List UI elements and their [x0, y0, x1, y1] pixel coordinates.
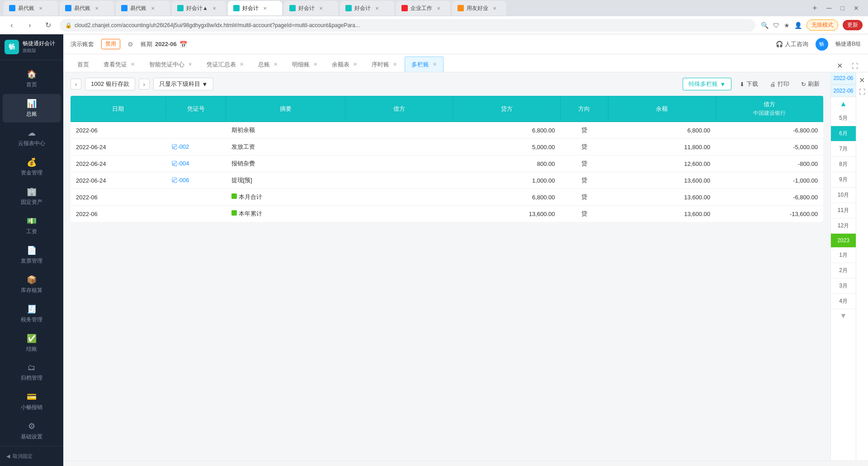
browser-tab-tab3[interactable]: 易代账✕: [116, 1, 170, 15]
date-item-9月[interactable]: 9月: [831, 172, 856, 188]
browser-chrome: 易代账✕易代账✕易代账✕好会计▲✕好会计✕好会计✕好会计✕企业工作✕用友好业✕ …: [0, 0, 868, 16]
close-icon[interactable]: ✕: [854, 5, 859, 12]
ledger-content: ‹ 1002 银行存款 › 只显示下级科目 ▼ 特殊多栏账 ▼ ⬇: [63, 72, 830, 461]
voucher-link[interactable]: 记-004: [171, 160, 189, 167]
date-sidebar: 2022-06 2022-06 ▲ 5月6月7月8月9月10月11月12月202…: [830, 72, 856, 461]
scroll-down-button[interactable]: ▼: [831, 309, 856, 323]
date-item-2023[interactable]: 2023: [831, 234, 856, 248]
update-button[interactable]: 更新: [843, 20, 863, 30]
special-ledger-button[interactable]: 特殊多栏账 ▼: [683, 78, 731, 90]
date-item-3月[interactable]: 3月: [831, 278, 856, 294]
sidebar-item-库存核算[interactable]: 📦库存核算: [3, 270, 61, 299]
cell-debit: [345, 172, 453, 189]
sidebar-item-首页[interactable]: 🏠首页: [3, 65, 61, 93]
close-panel-button[interactable]: ✕: [859, 76, 865, 85]
page-tab-bar: 首页查看凭证✕智能凭证中心✕凭证汇总表✕总账✕明细账✕余额表✕序时账✕多栏账✕✕…: [63, 54, 868, 72]
print-button[interactable]: 🖨 打印: [766, 78, 793, 90]
settings-icon[interactable]: ⚙: [127, 41, 133, 48]
cell-balance: 13,600.00: [608, 189, 716, 206]
security-icon[interactable]: 🛡: [773, 22, 779, 29]
horizontal-scrollbar[interactable]: [63, 461, 868, 466]
browser-tab-tab2[interactable]: 易代账✕: [60, 1, 114, 15]
download-button[interactable]: ⬇ 下载: [736, 78, 762, 90]
page-tab-总账[interactable]: 总账✕: [251, 56, 284, 72]
profile-icon[interactable]: 👤: [794, 22, 802, 29]
nav-icon-资金管理: 💰: [27, 157, 37, 167]
cell-direction: 贷: [561, 172, 609, 189]
browser-tab-tab1[interactable]: 易代账✕: [4, 1, 58, 15]
page-tab-智能凭证中心[interactable]: 智能凭证中心✕: [142, 56, 199, 72]
browser-tab-tab7[interactable]: 好会计✕: [340, 1, 394, 15]
toolbar-right: 🎧 人工咨询 畅 畅捷通B组: [776, 38, 861, 51]
sidebar-item-云报表中心[interactable]: ☁云报表中心: [3, 123, 61, 152]
maximize-icon[interactable]: □: [841, 5, 844, 12]
bookmark-icon[interactable]: ★: [784, 22, 790, 29]
tab-bar-actions: ✕⛶: [834, 61, 861, 72]
new-tab-button[interactable]: +: [808, 2, 821, 14]
calendar-icon[interactable]: 📅: [179, 41, 187, 48]
sidebar-item-工资[interactable]: 💵工资: [3, 212, 61, 240]
browser-tab-tab6[interactable]: 好会计✕: [284, 1, 338, 15]
voucher-link[interactable]: 记-002: [171, 143, 189, 150]
browser-tab-tab8[interactable]: 企业工作✕: [396, 1, 450, 15]
sidebar-item-资金管理[interactable]: 💰资金管理: [3, 153, 61, 181]
cell-direction: 贷: [561, 139, 609, 155]
date-item-6月[interactable]: 6月: [831, 126, 856, 141]
expand-tabs-button[interactable]: ⛶: [849, 62, 861, 70]
sidebar-item-结账[interactable]: ✅结账: [3, 329, 61, 358]
sidebar-item-小畅报销[interactable]: 💳小畅报销: [3, 387, 61, 416]
date-item-12月[interactable]: 12月: [831, 218, 856, 234]
date-item-2月[interactable]: 2月: [831, 263, 856, 278]
download-label: 下载: [746, 80, 758, 88]
voucher-link[interactable]: 记-006: [171, 177, 189, 184]
date-item-7月[interactable]: 7月: [831, 141, 856, 157]
address-bar: ‹ › ↻ 🔒 cloud2.chanjet.com/accounting/uh…: [0, 16, 868, 34]
consult-button[interactable]: 🎧 人工咨询: [776, 40, 808, 48]
date-item-11月[interactable]: 11月: [831, 203, 856, 218]
refresh-button[interactable]: ↻ 刷新: [797, 78, 823, 90]
prev-account-button[interactable]: ‹: [71, 79, 81, 89]
refresh-label: 刷新: [808, 80, 820, 88]
url-bar[interactable]: 🔒 cloud2.chanjet.com/accounting/uh26t264…: [60, 19, 755, 32]
date-item-5月[interactable]: 5月: [831, 111, 856, 126]
unpin-button[interactable]: ◀ 取消固定: [3, 450, 61, 462]
page-tab-凭证汇总表[interactable]: 凭证汇总表✕: [200, 56, 250, 72]
expand-panel-button[interactable]: ⛶: [859, 88, 865, 95]
date-item-8月[interactable]: 8月: [831, 157, 856, 172]
back-button[interactable]: ‹: [5, 19, 18, 32]
sidebar-item-基础设置[interactable]: ⚙基础设置: [3, 417, 61, 445]
page-tab-余额表[interactable]: 余额表✕: [325, 56, 364, 72]
close-tabs-button[interactable]: ✕: [834, 61, 845, 70]
browser-tab-tab9[interactable]: 用友好业✕: [452, 1, 506, 15]
sidebar-item-发票管理[interactable]: 📄发票管理: [3, 241, 61, 269]
show-sub-button[interactable]: 只显示下级科目 ▼: [153, 78, 214, 90]
lock-icon: 🔒: [65, 22, 72, 28]
demo-badge[interactable]: 禁用: [101, 39, 120, 49]
user-avatar: 畅: [816, 38, 828, 51]
scroll-up-button[interactable]: ▲: [831, 97, 856, 111]
cell-summary: 发放工资: [226, 139, 345, 155]
date-item-1月[interactable]: 1月: [831, 248, 856, 263]
page-tab-首页[interactable]: 首页: [71, 56, 96, 72]
minimize-icon[interactable]: ─: [826, 4, 831, 12]
page-tab-序时账[interactable]: 序时账✕: [365, 56, 404, 72]
page-tab-明细账[interactable]: 明细账✕: [285, 56, 324, 72]
sidebar-item-税务管理[interactable]: 🧾税务管理: [3, 300, 61, 328]
account-nav: ‹ 1002 银行存款 › 只显示下级科目 ▼ 特殊多栏账 ▼ ⬇: [71, 78, 823, 90]
period-info: 账期 2022-06 📅: [141, 40, 187, 48]
sidebar-item-归档管理[interactable]: 🗂归档管理: [3, 358, 61, 386]
sidebar-item-固定资产[interactable]: 🏢固定资产: [3, 182, 61, 211]
logo-sub: 旗舰版: [23, 47, 55, 54]
search-icon[interactable]: 🔍: [761, 22, 769, 29]
browser-tab-tab5[interactable]: 好会计✕: [228, 1, 282, 15]
date-item-10月[interactable]: 10月: [831, 188, 856, 203]
next-account-button[interactable]: ›: [139, 79, 150, 89]
page-tab-查看凭证[interactable]: 查看凭证✕: [97, 56, 142, 72]
browser-tab-tab4[interactable]: 好会计▲✕: [172, 1, 226, 15]
date-item-4月[interactable]: 4月: [831, 294, 856, 309]
forward-button[interactable]: ›: [24, 19, 36, 32]
refresh-nav-button[interactable]: ↻: [42, 19, 54, 32]
incognito-mode-button[interactable]: 无痕模式: [807, 19, 838, 31]
sidebar-item-总账[interactable]: 📊总账: [3, 94, 61, 122]
page-tab-多栏账[interactable]: 多栏账✕: [405, 56, 443, 72]
